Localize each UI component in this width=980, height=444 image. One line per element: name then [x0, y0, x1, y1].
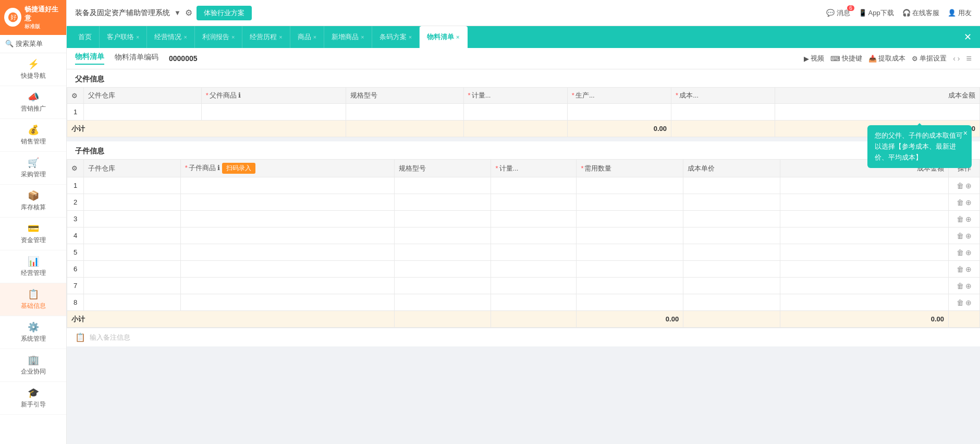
tab-bom-close[interactable]: ×	[456, 34, 459, 40]
child-row1-unit-price[interactable]	[683, 177, 780, 194]
next-arrow[interactable]: ›	[958, 54, 960, 63]
tab-bom-list[interactable]: 物料清单 ×	[420, 26, 467, 48]
action-shortcut[interactable]: ⌨ 快捷键	[830, 54, 862, 63]
tab-op-history[interactable]: 经营历程 ×	[242, 26, 290, 48]
child-row4-warehouse[interactable]	[84, 227, 181, 244]
tab-profit-report[interactable]: 利润报告 ×	[195, 26, 242, 48]
parent-row1-unit[interactable]	[463, 104, 567, 121]
tab-op-status[interactable]: 经营情况 ×	[147, 26, 194, 48]
child-row6-unit-price[interactable]	[683, 261, 780, 278]
child-row3-warehouse[interactable]	[84, 211, 181, 227]
child-row4-goods[interactable]	[180, 227, 394, 244]
child-row3-qty[interactable]	[577, 211, 683, 227]
sidebar-item-sales[interactable]: 💰 销售管理	[0, 119, 66, 152]
parent-row1-cost[interactable]	[671, 104, 775, 121]
close-all-tabs-button[interactable]: ✕	[960, 31, 976, 43]
trial-button[interactable]: 体验行业方案	[197, 6, 252, 20]
gear-icon[interactable]: ⚙	[185, 8, 192, 18]
app-download-button[interactable]: 📱 App下载	[859, 8, 894, 18]
message-button[interactable]: 💬 6 消息	[826, 8, 850, 18]
delete-row-button[interactable]: 🗑	[957, 215, 964, 223]
child-row2-qty[interactable]	[577, 194, 683, 211]
child-col-settings[interactable]: ⚙	[67, 160, 84, 177]
child-row1-qty[interactable]	[577, 177, 683, 194]
child-row8-unit-price[interactable]	[683, 294, 780, 311]
delete-row-button[interactable]: 🗑	[957, 198, 964, 207]
parent-row1-goods[interactable]	[201, 104, 346, 121]
delete-row-button[interactable]: 🗑	[957, 232, 964, 240]
child-row6-qty[interactable]	[577, 261, 683, 278]
child-row4-unit-price[interactable]	[683, 227, 780, 244]
tab-barcode[interactable]: 条码方案 ×	[372, 26, 420, 48]
child-row1-spec[interactable]	[394, 177, 491, 194]
delete-row-button[interactable]: 🗑	[957, 248, 964, 257]
child-row2-unit-price[interactable]	[683, 194, 780, 211]
sidebar-item-quick-nav[interactable]: ⚡ 快捷导航	[0, 53, 66, 86]
child-row4-unit[interactable]	[491, 227, 577, 244]
copy-row-button[interactable]: ⊕	[965, 198, 972, 207]
child-row6-goods[interactable]	[180, 261, 394, 278]
tab-goods[interactable]: 商品 ×	[290, 26, 324, 48]
tab-op-history-close[interactable]: ×	[279, 34, 282, 40]
child-row5-goods[interactable]	[180, 244, 394, 261]
delete-row-button[interactable]: 🗑	[957, 265, 964, 273]
child-row2-goods[interactable]	[180, 194, 394, 211]
child-row1-warehouse[interactable]	[84, 177, 181, 194]
action-cost[interactable]: 📥 提取成本	[868, 54, 905, 63]
tab-customer[interactable]: 客户联络 ×	[100, 26, 147, 48]
parent-row1-warehouse[interactable]	[84, 104, 202, 121]
sidebar-item-system[interactable]: ⚙️ 系统管理	[0, 316, 66, 349]
copy-row-button[interactable]: ⊕	[965, 265, 972, 273]
sidebar-search[interactable]: 🔍 搜索菜单	[0, 35, 66, 53]
child-row8-warehouse[interactable]	[84, 294, 181, 311]
sidebar-item-basic-info[interactable]: 📋 基础信息	[0, 283, 66, 316]
tab-home[interactable]: 首页	[71, 26, 100, 48]
sidebar-item-operation[interactable]: 📊 经营管理	[0, 250, 66, 283]
tab-new-goods[interactable]: 新增商品 ×	[324, 26, 372, 48]
child-row1-goods[interactable]	[180, 177, 394, 194]
child-row7-goods[interactable]	[180, 278, 394, 294]
child-row6-warehouse[interactable]	[84, 261, 181, 278]
parent-col-settings[interactable]: ⚙	[67, 88, 84, 104]
child-row6-spec[interactable]	[394, 261, 491, 278]
tooltip-close-button[interactable]: ×	[963, 127, 967, 139]
online-service-button[interactable]: 🎧 在线客服	[902, 8, 940, 18]
copy-row-button[interactable]: ⊕	[965, 182, 972, 190]
scan-button[interactable]: 扫码录入	[222, 163, 255, 174]
grid-view-icon[interactable]: ≡	[966, 53, 972, 64]
copy-row-button[interactable]: ⊕	[965, 232, 972, 240]
prev-arrow[interactable]: ‹	[953, 54, 956, 63]
child-row4-qty[interactable]	[577, 227, 683, 244]
tab-customer-close[interactable]: ×	[136, 34, 139, 40]
sidebar-item-purchase[interactable]: 🛒 采购管理	[0, 152, 66, 185]
child-row2-spec[interactable]	[394, 194, 491, 211]
child-row3-unit-price[interactable]	[683, 211, 780, 227]
delete-row-button[interactable]: 🗑	[957, 298, 964, 307]
child-row8-unit[interactable]	[491, 294, 577, 311]
child-row5-unit[interactable]	[491, 244, 577, 261]
parent-row1-spec[interactable]	[346, 104, 463, 121]
child-row2-unit[interactable]	[491, 194, 577, 211]
copy-row-button[interactable]: ⊕	[965, 248, 972, 257]
child-row3-spec[interactable]	[394, 211, 491, 227]
hint-text[interactable]: 输入备注信息	[90, 333, 972, 342]
tab-op-status-close[interactable]: ×	[183, 34, 187, 40]
child-row7-unit-price[interactable]	[683, 278, 780, 294]
dropdown-icon[interactable]: ▼	[174, 9, 181, 17]
child-row8-spec[interactable]	[394, 294, 491, 311]
sidebar-item-inventory[interactable]: 📦 库存核算	[0, 185, 66, 218]
tab-barcode-close[interactable]: ×	[409, 34, 412, 40]
child-row5-qty[interactable]	[577, 244, 683, 261]
child-row3-goods[interactable]	[180, 211, 394, 227]
child-row2-warehouse[interactable]	[84, 194, 181, 211]
sidebar-item-enterprise[interactable]: 🏢 企业协同	[0, 349, 66, 382]
delete-row-button[interactable]: 🗑	[957, 282, 964, 290]
child-row4-spec[interactable]	[394, 227, 491, 244]
page-tab-bom[interactable]: 物料清单	[75, 52, 104, 65]
user-profile[interactable]: 👤 用友	[948, 8, 972, 18]
tab-goods-close[interactable]: ×	[313, 34, 316, 40]
child-row7-warehouse[interactable]	[84, 278, 181, 294]
action-view[interactable]: ▶ 视频	[804, 54, 824, 63]
child-row5-spec[interactable]	[394, 244, 491, 261]
child-row7-spec[interactable]	[394, 278, 491, 294]
